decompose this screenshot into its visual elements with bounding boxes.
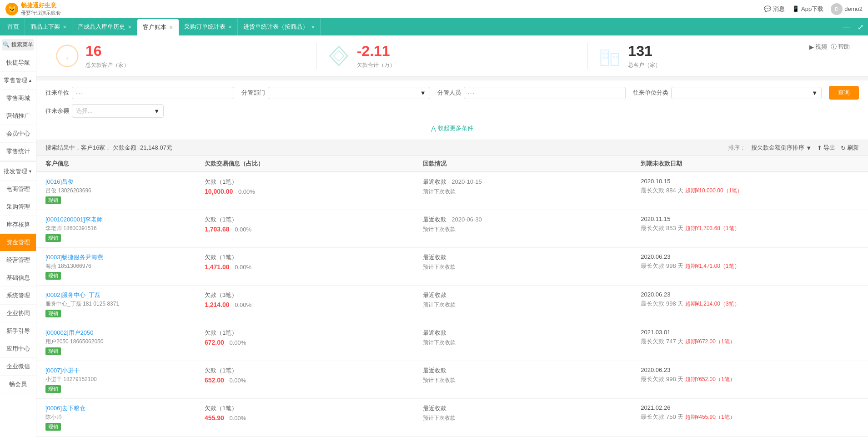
return-status-cell: 最近收款 预计下次收款 [423,291,641,309]
sidebar-item-collab[interactable]: 企业协同 [0,305,36,322]
sidebar-item-marketing-label: 营销推广 [6,112,30,119]
video-button[interactable]: ▶ 视频 [809,43,827,51]
sidebar-item-batch-mgmt[interactable]: 批发管理 ▼ [0,163,36,181]
customer-info-cell: [0006]去下粮仓 陈小帅 现销 [45,404,205,431]
message-button[interactable]: 💬 消息 [764,5,785,13]
search-button[interactable]: 查询 [829,86,859,100]
filter-dept-select[interactable]: ▼ [268,87,430,99]
return-status-cell: 最近收款 预计下次收款 [423,253,641,271]
customer-name-link[interactable]: [0006]去下粮仓 [45,404,205,412]
customer-name-link[interactable]: [0007]小进干 [45,367,205,375]
filter-dept-label: 分管部门 [241,89,265,97]
overdue-amount-link[interactable]: 超期¥672.00（1笔） [685,338,735,345]
sidebar-item-apps[interactable]: 应用中心 [0,340,36,358]
video-label: 视频 [815,43,827,51]
tab-purchase-order[interactable]: 采购订单统计表 ✕ [179,18,238,35]
refresh-button[interactable]: ↻ 刷新 [841,144,859,152]
filter-balance-select[interactable]: 选择... ▼ [72,104,164,118]
overdue-amount-link[interactable]: 超期¥652.00（1笔） [685,376,735,382]
sidebar-item-retail-stats-label: 零售统计 [6,148,30,155]
sidebar-item-member[interactable]: 会员中心 [0,125,36,143]
customer-name-link[interactable]: [0003]畅捷服务尹海燕 [45,253,205,261]
sidebar-item-retail-mgmt[interactable]: 零售管理 ▲ [0,72,36,90]
overdue-date: 2021.02.26 [641,404,859,411]
sidebar-item-wechat[interactable]: 企业微信 [0,358,36,376]
sidebar-item-system[interactable]: 系统管理 [0,287,36,305]
sidebar-item-member-vip[interactable]: 畅会员 [0,376,36,393]
overdue-amount-link[interactable]: 超期¥1,471.00（1笔） [685,263,740,269]
svg-rect-8 [603,56,605,59]
tab-close-icon[interactable]: ✕ [63,25,66,30]
tab-close-icon[interactable]: ✕ [128,25,131,30]
filter-unit-category-select[interactable]: ▼ [671,87,822,99]
filter-row-2: 往来余额 选择... ▼ [45,104,859,118]
sidebar-item-system-label: 系统管理 [6,292,30,299]
sidebar-item-base-info[interactable]: 基础信息 [0,269,36,287]
overdue-date: 2020.06.23 [641,253,859,260]
sort-select[interactable]: 按欠款金额倒序排序 ▼ [751,144,812,152]
sidebar-item-retail-store[interactable]: 零售商城 [0,90,36,107]
stat-card-total-customers: 131 总客户（家） ▶ 视频 ⓘ 帮助 [588,43,859,69]
user-profile[interactable]: D demo2 [831,3,863,15]
message-icon: 💬 [764,5,771,12]
tab-close-icon[interactable]: ✕ [228,25,232,30]
sidebar-search: 🔍 搜索菜单 [0,35,36,54]
return-status-cell: 最近收款 2020-06-30 预计下次收款 [423,216,641,233]
stat-card-actions: ▶ 视频 ⓘ 帮助 [809,43,850,51]
svg-rect-7 [607,52,609,55]
debt-info-cell: 欠款（3笔） 1,214.00 0.00% [205,291,423,308]
sidebar-item-marketing[interactable]: 营销推广 [0,107,36,125]
sidebar-item-warehouse[interactable]: 库存核算 [0,216,36,234]
filter-area: 往来单位 ··· 分管部门 ▼ 分管人员 ··· [36,80,868,140]
collapse-more-button[interactable]: ⋀ 收起更多条件 [45,122,859,134]
filter-person-input[interactable]: ··· [464,87,626,99]
customer-name-link[interactable]: [0002]服务中心_丁磊 [45,291,205,299]
help-label: 帮助 [838,43,850,51]
tab-inbound-stats[interactable]: 进货单统计表（按商品） ✕ [238,18,321,35]
tab-close-icon[interactable]: ✕ [311,25,315,30]
sidebar-item-member-label: 会员中心 [6,130,30,137]
overdue-amount-link[interactable]: 超期¥10,000.00（1笔） [685,187,743,194]
filter-source-unit-input[interactable]: ··· [72,87,234,99]
tab-inbound-stats-label: 进货单统计表（按商品） [243,23,308,31]
tab-product-offline[interactable]: 商品上下架 ✕ [25,18,72,35]
customer-name-link[interactable]: [0016]吕俊 [45,178,205,186]
sidebar-item-retail-stats[interactable]: 零售统计 [0,143,36,161]
sidebar-item-quick-nav[interactable]: 快捷导航 [0,54,36,72]
sidebar-item-capital[interactable]: 资金管理 [0,234,36,251]
sidebar-item-base-info-label: 基础信息 [6,274,30,281]
sidebar-item-ecom[interactable]: 电商管理 [0,181,36,198]
dots-icon: ··· [468,90,476,96]
sidebar-item-purchase[interactable]: 采购管理 [0,198,36,216]
overdue-amount-link[interactable]: 超期¥1,214.00（3笔） [685,301,740,307]
app-download-button[interactable]: 📱 App下载 [792,5,823,13]
tab-home[interactable]: 首页 [2,18,25,35]
return-next: 预计下次收款 [423,339,641,347]
result-summary: 搜索结果中，客户16家 [45,144,105,151]
tabbar-actions: — ⤢ [840,22,866,32]
debt-count: 欠款（1笔） [205,329,423,337]
chevron-down-icon: ▼ [806,145,812,151]
overdue-date-cell: 2020.11.15 最长欠款 853 天 超期¥1,703.68（1笔） [641,216,859,232]
tabbar: 首页 商品上下架 ✕ 产成品入库单历史 ✕ 客户账本 ✕ 采购订单统计表 ✕ 进… [0,18,868,35]
export-button[interactable]: ⬆ 导出 [817,144,835,152]
customer-name-link[interactable]: [000002]用户2050 [45,329,205,337]
customer-info-cell: [0003]畅捷服务尹海燕 海燕 18513066976 现销 [45,253,205,280]
tab-customer-account[interactable]: 客户账本 ✕ [137,19,179,35]
filter-unit-category: 往来单位分类 ▼ [633,87,822,99]
return-status-cell: 最近收款 预计下次收款 [423,329,641,347]
overdue-amount-link[interactable]: 超期¥1,703.68（1笔） [685,225,740,231]
result-info: 搜索结果中，客户16家， 欠款金额 -21,148.07元 [45,144,172,152]
customer-name-link[interactable]: [00010200001]李老师 [45,216,205,224]
help-button[interactable]: ⓘ 帮助 [831,43,850,51]
table-row: [0006]去下粮仓 陈小帅 现销 欠款（1笔） 455.90 0.00% 最近… [36,399,868,437]
tab-close-icon[interactable]: ✕ [169,25,173,30]
sidebar-item-operation[interactable]: 经营管理 [0,251,36,269]
tab-minimize-button[interactable]: — [840,22,853,32]
tab-product-inbound[interactable]: 产成品入库单历史 ✕ [72,18,137,35]
tab-expand-button[interactable]: ⤢ [855,22,866,32]
sidebar-item-guide[interactable]: 新手引导 [0,322,36,340]
search-menu-button[interactable]: 🔍 搜索菜单 [2,39,34,50]
svg-marker-2 [330,46,347,65]
overdue-amount-link[interactable]: 超期¥455.90（1笔） [685,414,735,420]
